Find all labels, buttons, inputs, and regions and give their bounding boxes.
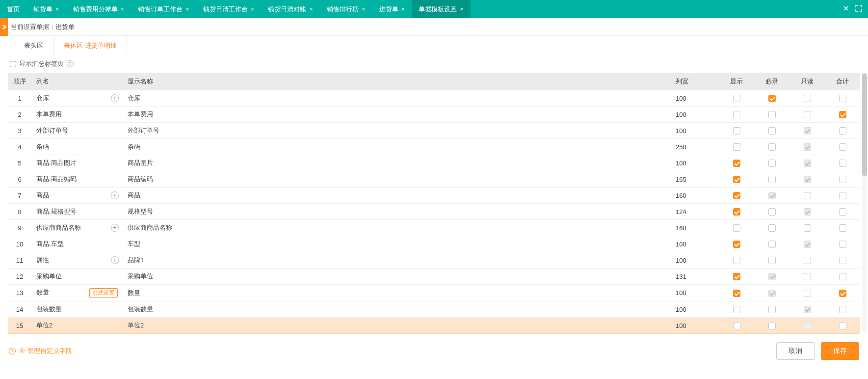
vertical-scrollbar[interactable]: [862, 73, 867, 334]
close-icon[interactable]: ×: [401, 5, 405, 13]
checkbox[interactable]: [839, 143, 846, 151]
cell-width[interactable]: 100: [671, 123, 719, 139]
table-row[interactable]: 14包装数量包装数量100: [8, 301, 860, 318]
cell-display[interactable]: 规格型号: [123, 204, 671, 220]
top-tab[interactable]: 单据模板设置×: [412, 0, 471, 18]
formula-badge[interactable]: 公式设置: [89, 288, 118, 298]
cell-display[interactable]: 本单费用: [123, 107, 671, 123]
table-row[interactable]: 15单位2单位2100: [8, 318, 860, 334]
cell-width[interactable]: 100: [671, 155, 719, 171]
close-icon[interactable]: ×: [362, 5, 366, 13]
close-icon[interactable]: ×: [309, 5, 313, 13]
checkbox[interactable]: [804, 290, 811, 297]
close-icon[interactable]: ×: [55, 5, 59, 13]
cell-width[interactable]: 100: [671, 252, 719, 269]
cell-display[interactable]: 外部订单号: [123, 123, 671, 139]
cell-width[interactable]: 100: [671, 285, 719, 301]
help-icon[interactable]: ?: [67, 60, 74, 67]
help-icon[interactable]: ?: [9, 348, 16, 354]
save-button[interactable]: 保存: [821, 342, 859, 360]
checkbox[interactable]: [839, 111, 846, 118]
checkbox[interactable]: [804, 111, 811, 118]
table-row[interactable]: 2本单费用本单费用100: [8, 107, 860, 123]
cell-display[interactable]: 仓库: [123, 90, 671, 107]
checkbox[interactable]: [768, 241, 776, 248]
cell-width[interactable]: 124: [671, 204, 719, 220]
table-row[interactable]: 10商品.车型车型100: [8, 236, 860, 252]
close-all-icon[interactable]: [842, 5, 849, 13]
cell-display[interactable]: 商品编码: [123, 171, 671, 188]
cell-width[interactable]: 250: [671, 139, 719, 155]
top-tab[interactable]: 销货单×: [26, 0, 66, 18]
checkbox[interactable]: [768, 208, 776, 216]
checkbox[interactable]: [733, 143, 740, 151]
checkbox[interactable]: [804, 192, 811, 199]
checkbox[interactable]: [768, 95, 776, 102]
cell-display[interactable]: 单位2: [123, 318, 671, 334]
checkbox[interactable]: [804, 273, 811, 280]
checkbox[interactable]: [839, 322, 846, 329]
top-tab[interactable]: 钱货日清对账×: [261, 0, 320, 18]
checkbox[interactable]: [804, 224, 811, 232]
table-row[interactable]: 1仓库+仓库100: [8, 90, 860, 107]
checkbox[interactable]: [839, 241, 846, 248]
cell-width[interactable]: 160: [671, 220, 719, 236]
table-row[interactable]: 7商品+商品160: [8, 188, 860, 204]
checkbox[interactable]: [733, 176, 740, 183]
cell-width[interactable]: 100: [671, 236, 719, 252]
cell-width[interactable]: 100: [671, 318, 719, 334]
checkbox[interactable]: [839, 306, 846, 313]
section-tab[interactable]: 表头区: [14, 37, 53, 54]
table-row[interactable]: 5商品.商品图片商品图片100: [8, 155, 860, 171]
checkbox[interactable]: [839, 160, 846, 167]
checkbox[interactable]: [733, 160, 740, 167]
checkbox[interactable]: [768, 127, 776, 135]
checkbox[interactable]: [839, 273, 846, 280]
checkbox[interactable]: [839, 192, 846, 199]
add-icon[interactable]: +: [111, 256, 119, 264]
checkbox[interactable]: [733, 322, 740, 329]
checkbox[interactable]: [768, 160, 776, 167]
top-tab[interactable]: 进货单×: [372, 0, 412, 18]
table-row[interactable]: 6商品.商品编码商品编码165: [8, 171, 860, 188]
checkbox[interactable]: [768, 143, 776, 151]
checkbox[interactable]: [733, 95, 740, 102]
checkbox[interactable]: [768, 176, 776, 183]
top-tab[interactable]: 销售订单工作台×: [131, 0, 196, 18]
table-row[interactable]: 11属性+品牌1100: [8, 252, 860, 269]
checkbox[interactable]: [804, 257, 811, 264]
checkbox[interactable]: [733, 127, 740, 135]
cell-width[interactable]: 165: [671, 171, 719, 188]
checkbox[interactable]: [839, 176, 846, 183]
close-icon[interactable]: ×: [185, 5, 189, 13]
cell-width[interactable]: 100: [671, 90, 719, 107]
table-row[interactable]: 13数量公式设置数量100: [8, 285, 860, 301]
checkbox[interactable]: [733, 257, 740, 264]
cell-width[interactable]: 160: [671, 188, 719, 204]
expand-chevron-icon[interactable]: [0, 18, 8, 36]
cell-display[interactable]: 车型: [123, 236, 671, 252]
checkbox[interactable]: [733, 192, 740, 199]
close-icon[interactable]: ×: [251, 5, 255, 13]
top-tab[interactable]: 销售费用分摊单×: [66, 0, 132, 18]
table-row[interactable]: 9供应商商品名称+供应商商品名称160: [8, 220, 860, 236]
checkbox[interactable]: [839, 224, 846, 232]
top-tab[interactable]: 钱货日清工作台×: [196, 0, 262, 18]
cell-width[interactable]: 100: [671, 107, 719, 123]
checkbox[interactable]: [768, 306, 776, 313]
add-icon[interactable]: +: [111, 94, 119, 102]
checkbox[interactable]: [733, 111, 740, 118]
checkbox[interactable]: [733, 241, 740, 248]
cell-display[interactable]: 数量: [123, 285, 671, 301]
close-icon[interactable]: ×: [460, 5, 464, 13]
checkbox[interactable]: [768, 224, 776, 232]
add-icon[interactable]: +: [111, 191, 119, 199]
checkbox[interactable]: [839, 290, 846, 297]
table-row[interactable]: 3外部订单号外部订单号100: [8, 123, 860, 139]
cell-width[interactable]: 131: [671, 269, 719, 285]
checkbox[interactable]: [768, 322, 776, 329]
fullscreen-icon[interactable]: [855, 5, 862, 13]
checkbox[interactable]: [768, 111, 776, 118]
cell-display[interactable]: 供应商商品名称: [123, 220, 671, 236]
cancel-button[interactable]: 取消: [776, 342, 815, 360]
